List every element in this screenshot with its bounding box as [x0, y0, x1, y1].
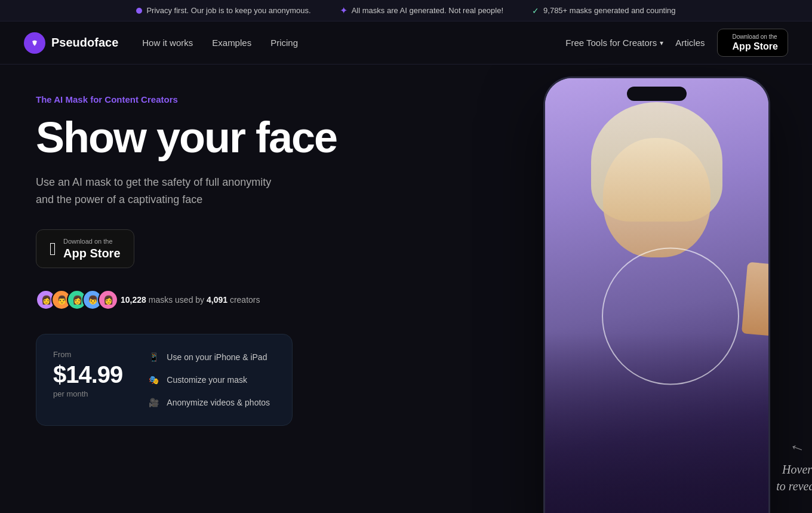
hero-appstore-text-block: Download on the App Store: [63, 237, 121, 260]
social-proof-text: 10,228 masks used by 4,091 creators: [121, 295, 260, 305]
feature-anonymize-text: Anonymize videos & photos: [167, 398, 270, 407]
topbar-item-privacy: Privacy first. Our job is to keep you an…: [136, 6, 310, 15]
price-section: From $14.99 per month: [53, 350, 122, 410]
social-proof: 👩 👨 👩 👦 👩 10,228 masks used by 4,091 cre…: [36, 290, 337, 310]
feature-anonymize: 🎥 Anonymize videos & photos: [146, 395, 270, 410]
hero-section: The AI Mask for Content Creators Show yo…: [0, 64, 812, 513]
apple-icon-large: : [50, 240, 56, 258]
mask-icon: 🎭: [146, 373, 161, 387]
nav-appstore-top-label: Download on the: [733, 33, 778, 41]
video-icon: 🎥: [146, 395, 161, 410]
feature-iphone: 📱 Use on your iPhone & iPad: [146, 350, 270, 364]
logo-icon: [24, 32, 45, 54]
nav-examples[interactable]: Examples: [212, 38, 251, 48]
hero-appstore-main-label: App Store: [63, 246, 121, 260]
navbar: Pseudoface How it works Examples Pricing…: [0, 21, 812, 64]
hero-phone-area: ← Hover to reveal: [525, 76, 812, 513]
hover-arrow-icon: ←: [774, 429, 812, 465]
iphone-icon: 📱: [146, 350, 161, 364]
creators-count: 4,091: [207, 295, 227, 305]
logo-text: Pseudoface: [51, 36, 118, 50]
avatar-5: 👩: [98, 290, 118, 310]
nav-appstore-main-label: App Store: [733, 41, 778, 52]
feature-iphone-text: Use on your iPhone & iPad: [167, 352, 267, 362]
nav-articles-link[interactable]: Articles: [675, 38, 705, 48]
nav-how-it-works[interactable]: How it works: [142, 38, 193, 48]
hero-subtitle-line1: Use an AI mask to get the safety of full…: [36, 176, 271, 188]
nav-pricing[interactable]: Pricing: [270, 38, 298, 48]
hover-line1: Hover: [782, 463, 812, 476]
pricing-card: From $14.99 per month 📱 Use on your iPho…: [36, 334, 293, 426]
price-amount: $14.99: [53, 361, 122, 388]
sparkle-icon: ✦: [340, 5, 347, 16]
hero-subtitle-line2: and the power of a captivating face: [36, 193, 202, 205]
topbar-ai-text: All masks are AI generated. Not real peo…: [352, 6, 503, 15]
topbar-privacy-text: Privacy first. Our job is to keep you an…: [146, 6, 310, 15]
nav-links: How it works Examples Pricing: [142, 38, 298, 48]
features-list: 📱 Use on your iPhone & iPad 🎭 Customize …: [146, 350, 270, 410]
phone-notch: [627, 87, 687, 101]
nav-right: Free Tools for Creators ▾ Articles Downl…: [565, 29, 788, 57]
hover-annotation: ← Hover to reveal: [776, 435, 812, 494]
nav-appstore-button[interactable]: Download on the App Store: [717, 29, 788, 57]
chevron-down-icon: ▾: [660, 39, 663, 47]
hero-appstore-button[interactable]:  Download on the App Store: [36, 229, 134, 268]
hero-content: The AI Mask for Content Creators Show yo…: [36, 94, 337, 494]
nav-tools-label: Free Tools for Creators: [565, 38, 657, 48]
face-circle-overlay: [602, 248, 739, 385]
check-icon: ✓: [532, 6, 539, 16]
svg-point-1: [33, 41, 36, 45]
avatars-group: 👩 👨 👩 👦 👩: [36, 290, 113, 310]
topbar-count-text: 9,785+ masks generated and counting: [543, 6, 676, 15]
feature-customize: 🎭 Customize your mask: [146, 373, 270, 387]
nav-tools-dropdown[interactable]: Free Tools for Creators ▾: [565, 38, 663, 48]
feature-customize-text: Customize your mask: [167, 375, 247, 385]
price-period: per month: [53, 389, 122, 398]
hero-tag: The AI Mask for Content Creators: [36, 94, 337, 105]
privacy-dot-icon: [136, 8, 142, 14]
topbar-item-count: ✓ 9,785+ masks generated and counting: [532, 6, 676, 16]
hover-line2: to reveal: [776, 480, 812, 493]
face-shape: [603, 138, 710, 257]
price-from-label: From: [53, 350, 122, 359]
logo-link[interactable]: Pseudoface: [24, 32, 118, 54]
hero-subtitle: Use an AI mask to get the safety of full…: [36, 174, 322, 208]
topbar-item-ai: ✦ All masks are AI generated. Not real p…: [340, 5, 503, 16]
masks-count: 10,228: [121, 295, 146, 305]
nav-left: Pseudoface How it works Examples Pricing: [24, 32, 298, 54]
hero-appstore-top-label: Download on the: [63, 237, 121, 245]
hero-title: Show your face: [36, 115, 337, 161]
nav-appstore-text: Download on the App Store: [733, 33, 778, 52]
topbar: Privacy first. Our job is to keep you an…: [0, 0, 812, 21]
masks-label: masks used by: [149, 295, 204, 305]
creators-label: creators: [230, 295, 260, 305]
phone-screen: [545, 78, 768, 513]
phone-mockup: [543, 76, 770, 513]
